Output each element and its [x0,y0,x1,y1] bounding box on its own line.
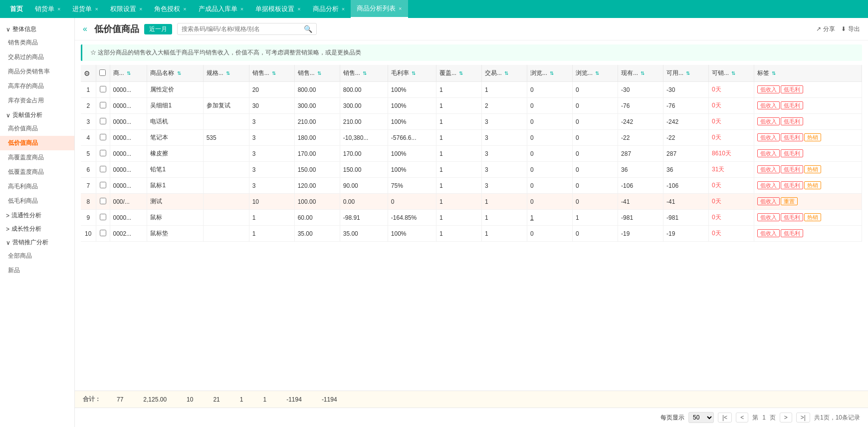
table-row: 10 0002... 鼠标垫 1 35.00 35.00 100% 1 1 0 … [81,226,862,242]
row-trade: 3 [481,162,527,178]
sidebar-item-sales-products[interactable]: 销售类商品 [0,35,74,50]
product-tag: 热销 [804,213,821,221]
nav-home[interactable]: 首页 [4,0,29,18]
nav-product-analysis[interactable]: 商品分析 × [307,0,351,18]
th-browse1: 浏览... ⇅ [527,65,572,82]
share-button[interactable]: ↗ 分享 [816,25,835,33]
sidebar-group-growth[interactable]: > 成长性分析 [0,222,74,235]
next-page-button[interactable]: > [780,413,792,423]
select-all-checkbox[interactable] [99,69,106,76]
sidebar-item-category-sales[interactable]: 商品分类销售率 [0,64,74,79]
sidebar-item-high-inventory[interactable]: 高库存的商品 [0,79,74,93]
sidebar-item-inventory-funds[interactable]: 库存资金占用 [0,93,74,108]
row-checkbox[interactable] [100,134,106,140]
footer-stock2: -1194 [322,396,337,403]
nav-template[interactable]: 单据模板设置 × [249,0,306,18]
row-code: 0000... [110,178,147,194]
row-checkbox[interactable] [100,118,106,124]
row-days: 0天 [709,210,754,226]
row-tags: 低收入重置 [754,194,862,210]
row-checkbox[interactable] [100,102,106,108]
sidebar-item-new-products[interactable]: 新品 [0,263,74,278]
export-button[interactable]: ⬇ 导出 [841,25,860,33]
sort-icon: ⇅ [363,70,367,76]
nav-finished-goods[interactable]: 产成品入库单 × [193,0,249,18]
nav-product-analysis-list[interactable]: 商品分析列表 × [351,0,408,18]
sidebar-group-label: 营销推广分析 [12,238,48,247]
row-days: 0天 [709,194,754,210]
page-header: « 低价值商品 近一月 🔍 ↗ 分享 ⬇ 导出 [75,18,868,40]
sidebar-item-high-profit[interactable]: 高毛利商品 [0,179,74,194]
sidebar-collapse-button[interactable]: « [83,24,87,33]
close-icon[interactable]: × [399,5,402,11]
row-days: 0天 [709,82,754,98]
row-s2: 800.00 [294,82,340,98]
row-code: 000/... [110,194,147,210]
row-spec [203,114,249,130]
product-tag: 低收入 [757,149,780,157]
row-checkbox[interactable] [100,214,106,220]
footer-values: 77 2,125.00 10 21 1 1 -1194 -1194 [117,396,337,403]
product-tag: 低收入 [757,101,780,109]
close-icon[interactable]: × [139,6,142,12]
sidebar-item-low-coverage[interactable]: 低覆盖度商品 [0,165,74,179]
row-checkbox-cell [96,82,110,98]
row-checkbox-cell [96,210,110,226]
collapse-arrow-icon: ∨ [6,239,10,246]
row-num: 5 [81,146,96,162]
row-s2: 100.00 [294,194,340,210]
row-tags: 低收入低毛利 [754,98,862,114]
row-tags: 低收入低毛利热销 [754,210,862,226]
close-icon[interactable]: × [57,6,60,12]
sidebar-group-overview[interactable]: ∨ 整体信息 [0,22,74,35]
close-icon[interactable]: × [183,6,186,12]
product-tag: 热销 [804,181,821,189]
row-name: 铅笔1 [147,162,203,178]
sidebar-item-high-value[interactable]: 高价值商品 [0,121,74,136]
row-checkbox[interactable] [100,86,106,92]
nav-role-auth[interactable]: 角色授权 × [148,0,192,18]
row-checkbox[interactable] [100,182,106,188]
row-name: 鼠标1 [147,178,203,194]
row-checkbox[interactable] [100,150,106,156]
nav-purchase-order[interactable]: 进货单 × [66,0,104,18]
row-margin: 100% [388,226,436,242]
current-page: 1 [762,414,766,421]
page-size-select[interactable]: 50 100 200 [688,412,714,423]
row-s2: 150.00 [294,162,340,178]
nav-sales-order[interactable]: 销货单 × [29,0,66,18]
search-input[interactable] [182,25,302,32]
sidebar-item-high-coverage[interactable]: 高覆盖度商品 [0,150,74,165]
product-tag: 低收入 [757,117,780,125]
row-code: 0000... [110,130,147,146]
row-browse2: 0 [573,226,618,242]
close-icon[interactable]: × [342,6,345,12]
sidebar-item-low-value[interactable]: 低价值商品 [0,136,74,150]
row-browse1[interactable]: 1 [527,210,572,226]
nav-permissions[interactable]: 权限设置 × [104,0,148,18]
close-icon[interactable]: × [95,6,98,12]
close-icon[interactable]: × [297,6,300,12]
sidebar-group-circulation[interactable]: > 流通性分析 [0,208,74,222]
first-page-button[interactable]: |< [718,413,732,423]
sort-icon: ⇅ [504,70,508,76]
row-checkbox[interactable] [100,166,106,172]
row-s3: 0.00 [340,194,388,210]
time-filter-button[interactable]: 近一月 [144,24,172,34]
sidebar-item-low-profit[interactable]: 低毛利商品 [0,194,74,208]
sidebar-group-contribution[interactable]: ∨ 贡献值分析 [0,108,74,121]
row-browse2: 0 [573,194,618,210]
product-tag: 低收入 [757,197,780,205]
row-checkbox[interactable] [100,198,106,204]
sidebar-item-all-products[interactable]: 全部商品 [0,249,74,263]
last-page-button[interactable]: >| [796,413,810,423]
row-spec [203,162,249,178]
close-icon[interactable]: × [240,6,243,12]
row-checkbox-cell [96,178,110,194]
settings-icon[interactable]: ⚙ [84,69,90,77]
prev-page-button[interactable]: < [736,413,748,423]
sidebar-item-traded-products[interactable]: 交易过的商品 [0,50,74,64]
sidebar-group-marketing[interactable]: ∨ 营销推广分析 [0,235,74,249]
row-checkbox[interactable] [100,230,106,236]
row-browse2: 0 [573,178,618,194]
